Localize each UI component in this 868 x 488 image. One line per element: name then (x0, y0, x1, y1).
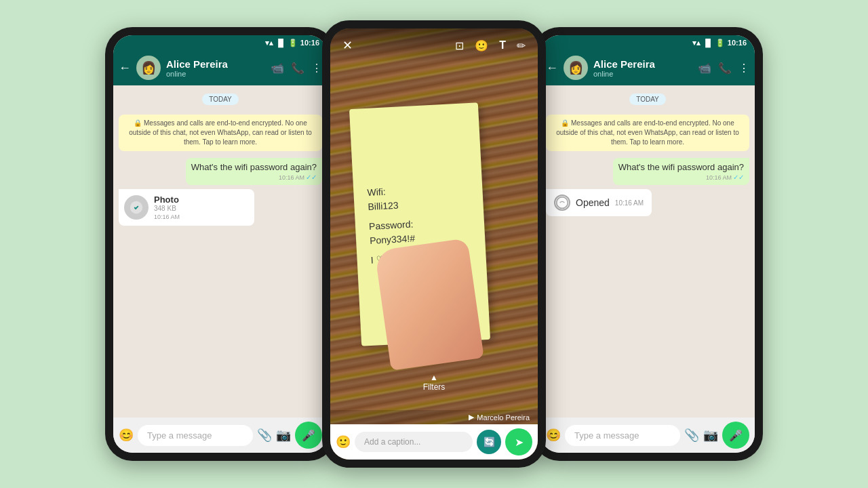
signal-bars-left: ▐▌ (275, 39, 286, 47)
editor-top-bar: ✕ ⊡ 🙂 T ✏ (330, 28, 538, 62)
message-out-left: What's the wifi password again? 10:16 AM… (186, 158, 322, 185)
chat-header-left: ← 👩 Alice Pereira online 📹 📞 ⋮ (113, 50, 328, 85)
photo-filesize: 348 KB (154, 205, 180, 212)
emoji-icon-editor[interactable]: 🙂 (475, 39, 488, 52)
emoji-icon-left[interactable]: 😊 (119, 428, 134, 443)
battery-icon-left: 🔋 (288, 39, 298, 47)
left-phone: ▾▴ ▐▌ 🔋 10:16 ← 👩 Alice Pereira online 📹… (105, 27, 336, 461)
filters-arrow: ▲ (423, 373, 446, 382)
contact-name-left: Alice Pereira (166, 58, 265, 70)
message-time-out-left: 10:16 AM ✓✓ (191, 174, 317, 181)
message-input-left[interactable]: Type a message (138, 425, 253, 446)
opened-bubble: Opened 10:16 AM (546, 189, 652, 216)
wifi-icon-left: ▾▴ (265, 39, 273, 47)
contact-info-left: Alice Pereira online (166, 58, 265, 78)
recipient-name: Marcelo Pereira (477, 413, 530, 422)
recipient-bar[interactable]: ▶ Marcelo Pereira (330, 410, 538, 424)
voice-call-icon-right[interactable]: 📞 (718, 62, 732, 75)
ticks-right: ✓✓ (733, 174, 744, 181)
camera-icon-right[interactable]: 📷 (703, 428, 718, 443)
chat-body-left: TODAY 🔒 Messages and calls are end-to-en… (113, 85, 328, 418)
date-badge-right: TODAY (629, 94, 666, 105)
send-button-editor[interactable]: ➤ (505, 428, 532, 455)
text-icon-editor[interactable]: T (499, 39, 506, 52)
close-icon-editor[interactable]: ✕ (342, 38, 353, 53)
right-phone: ▾▴ ▐▌ 🔋 10:16 ← 👩 Alice Pereira online 📹… (532, 27, 763, 461)
editor-input-bar: 🙂 Add a caption... 🔄 ➤ (330, 424, 538, 460)
back-button-left[interactable]: ← (119, 61, 131, 75)
battery-icon-right: 🔋 (715, 39, 725, 47)
draw-icon-editor[interactable]: ✏ (517, 39, 526, 52)
avatar-right: 👩 (564, 56, 588, 80)
wifi-icon-right: ▾▴ (692, 39, 701, 47)
header-icons-right: 📹 📞 ⋮ (698, 62, 749, 75)
header-icons-left: 📹 📞 ⋮ (271, 62, 322, 75)
filters-hint[interactable]: ▲ Filters (423, 373, 446, 392)
signal-icons-left: ▾▴ ▐▌ 🔋 (265, 39, 298, 47)
back-button-right[interactable]: ← (546, 61, 558, 75)
mic-button-right[interactable]: 🎤 (722, 422, 749, 449)
message-text-out-left: What's the wifi password again? (191, 162, 317, 172)
contact-status-right: online (593, 70, 692, 78)
photo-info-left: Photo 348 KB 10:16 AM (154, 195, 180, 220)
opened-info: Opened 10:16 AM (576, 197, 644, 208)
encryption-notice-left: 🔒 Messages and calls are end-to-end encr… (119, 115, 322, 151)
menu-icon-left[interactable]: ⋮ (311, 62, 322, 75)
filters-label: Filters (423, 382, 446, 392)
photo-time-left: 10:16 AM (154, 214, 180, 220)
chat-header-right: ← 👩 Alice Pereira online 📹 📞 ⋮ (540, 50, 755, 85)
photo-file-icon (124, 195, 149, 220)
camera-icon-left[interactable]: 📷 (276, 428, 291, 443)
chat-body-right: TODAY 🔒 Messages and calls are end-to-en… (540, 85, 755, 418)
attach-icon-right[interactable]: 📎 (684, 428, 699, 443)
input-bar-right: 😊 Type a message 📎 📷 🎤 (540, 418, 755, 453)
attach-icon-left[interactable]: 📎 (257, 428, 272, 443)
contact-status-left: online (166, 70, 265, 78)
opened-label: Opened (576, 197, 610, 208)
middle-phone: Wifi: Billi123 Password: Pony334!# I ♡ y… (322, 20, 546, 468)
date-badge-left: TODAY (202, 94, 239, 105)
encryption-notice-right: 🔒 Messages and calls are end-to-end encr… (546, 115, 749, 151)
ticks-left: ✓✓ (306, 174, 317, 181)
forward-icon: ▶ (469, 413, 474, 422)
sticker-button[interactable]: 🔄 (477, 430, 501, 454)
avatar-left: 👩 (136, 56, 161, 80)
mic-button-left[interactable]: 🎤 (295, 422, 322, 449)
caption-emoji-icon[interactable]: 🙂 (336, 434, 351, 449)
opened-status-icon (554, 195, 570, 211)
message-input-right[interactable]: Type a message (565, 425, 680, 446)
caption-input[interactable]: Add a caption... (355, 432, 473, 452)
photo-bubble-left[interactable]: Photo 348 KB 10:16 AM (119, 189, 254, 226)
svg-point-1 (557, 197, 568, 209)
signal-icons-right: ▾▴ ▐▌ 🔋 (692, 39, 725, 47)
contact-info-right: Alice Pereira online (593, 58, 692, 78)
status-bar-right: ▾▴ ▐▌ 🔋 10:16 (540, 35, 755, 50)
voice-call-icon-left[interactable]: 📞 (291, 62, 304, 75)
contact-name-right: Alice Pereira (593, 58, 692, 70)
status-bar-left: ▾▴ ▐▌ 🔋 10:16 (113, 35, 328, 50)
message-time-out-right: 10:16 AM ✓✓ (618, 174, 744, 181)
message-text-out-right: What's the wifi password again? (618, 162, 744, 172)
signal-bars-right: ▐▌ (703, 39, 713, 47)
input-bar-left: 😊 Type a message 📎 📷 🎤 (113, 418, 328, 453)
video-call-icon-right[interactable]: 📹 (698, 62, 711, 75)
photo-filename: Photo (154, 195, 180, 205)
opened-time: 10:16 AM (615, 199, 644, 207)
crop-icon-editor[interactable]: ⊡ (455, 39, 464, 52)
video-call-icon-left[interactable]: 📹 (271, 62, 284, 75)
editor-tools: ⊡ 🙂 T ✏ (455, 39, 526, 52)
menu-icon-right[interactable]: ⋮ (738, 62, 749, 75)
emoji-icon-right[interactable]: 😊 (546, 428, 561, 443)
hand-overlay (374, 238, 484, 371)
message-out-right: What's the wifi password again? 10:16 AM… (613, 158, 749, 185)
time-left: 10:16 (300, 39, 319, 47)
time-right: 10:16 (728, 39, 747, 47)
